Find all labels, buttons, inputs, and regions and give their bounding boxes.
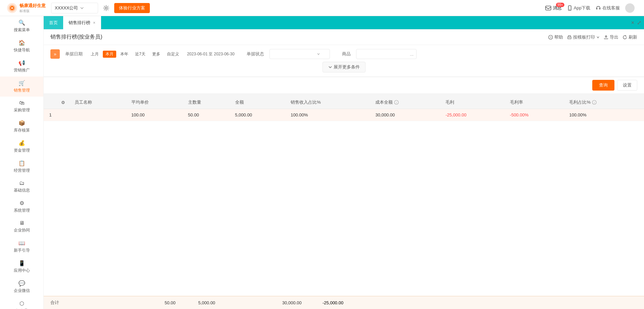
- cost-info-icon[interactable]: i: [394, 100, 399, 105]
- basic-info-icon: 🗂: [19, 180, 25, 186]
- app-download-label: App下载: [574, 5, 590, 11]
- export-button[interactable]: 导出: [604, 34, 618, 40]
- date-tabs: 上月 本月 本年 近7天 更多 自定义: [88, 51, 182, 58]
- sidebar-label-marketing: 营销推广: [14, 67, 30, 73]
- notification-badge: 99+: [556, 3, 564, 7]
- sidebar-item-guide[interactable]: 📖 新手引导: [0, 237, 43, 257]
- trial-button[interactable]: 体验行业方案: [114, 3, 150, 13]
- online-service-label: 在线客服: [602, 5, 620, 11]
- content-area: 首页 销售排行榜 × × ⤢ 销售排行榜(按业务员): [44, 16, 644, 309]
- help-icon: ?: [548, 35, 553, 40]
- app-container: 畅康通好生意 标准版 XXXXX公司 体验行业方案 消息 99+ App下载: [0, 0, 644, 309]
- main-content: 销售排行榜(按业务员) ? 帮助 按模板打印: [44, 30, 644, 309]
- refresh-label: 刷新: [629, 34, 637, 40]
- print-button[interactable]: 按模板打印: [567, 34, 600, 40]
- sidebar-item-app-center[interactable]: 📱 应用中心: [0, 257, 43, 277]
- date-tab-7days[interactable]: 近7天: [132, 51, 148, 58]
- sidebar-item-marketing[interactable]: 📢 营销推广: [0, 56, 43, 76]
- print-chevron-icon: [596, 36, 600, 39]
- tab-sales-ranking[interactable]: 销售排行榜 ×: [63, 16, 101, 30]
- col-gross: 毛利: [441, 96, 506, 109]
- app-download-button[interactable]: App下载: [567, 5, 590, 11]
- filter-toggle-icon: »: [54, 51, 56, 57]
- online-service-button[interactable]: 在线客服: [596, 5, 620, 11]
- sidebar-item-finance[interactable]: 💰 资金管理: [0, 137, 43, 157]
- query-button[interactable]: 查询: [592, 80, 614, 91]
- mobile-icon: [567, 5, 572, 11]
- sidebar-item-inventory[interactable]: 📦 库存核算: [0, 116, 43, 137]
- date-tab-last-month[interactable]: 上月: [88, 51, 101, 58]
- help-button[interactable]: ? 帮助: [548, 34, 563, 40]
- close-tab-btn[interactable]: ×: [631, 20, 634, 26]
- filter-toggle-btn[interactable]: »: [50, 49, 60, 59]
- message-icon: [545, 5, 552, 11]
- restore-tab-btn[interactable]: ⤢: [637, 19, 641, 26]
- tab-sales-ranking-label: 销售排行榜: [69, 20, 90, 26]
- table-container: ⚙ 员工名称 平均单价 主数量 全额 销售收入占比% 成本全额: [44, 96, 644, 296]
- enterprise-icon: 🖥: [19, 220, 25, 226]
- table-header-row: ⚙ 员工名称 平均单价 主数量 全额 销售收入占比% 成本全额: [44, 96, 644, 109]
- notification-button[interactable]: 消息 99+: [545, 5, 562, 11]
- sidebar-item-wechat[interactable]: 💬 企业微信: [0, 277, 43, 297]
- svg-rect-7: [596, 8, 597, 9]
- col-gross-rate: 毛利率: [506, 96, 565, 109]
- col-cost: 成本全额 i: [371, 96, 441, 109]
- date-tab-this-month[interactable]: 本月: [103, 51, 116, 58]
- guide-icon: 📖: [18, 240, 25, 246]
- gross-pct-info-icon[interactable]: i: [592, 100, 597, 105]
- sidebar-label-sales: 销售管理: [14, 88, 30, 93]
- cell-rank: 1: [44, 109, 57, 121]
- sidebar-label-system: 系统管理: [14, 208, 30, 213]
- date-tab-this-year[interactable]: 本年: [118, 51, 131, 58]
- sidebar-item-basic-info[interactable]: 🗂 基础信息: [0, 177, 43, 197]
- expand-more-button[interactable]: 展开更多条件: [323, 62, 366, 72]
- company-name: XXXXX公司: [55, 5, 78, 11]
- sidebar-label-quick-nav: 快捷导航: [14, 47, 30, 53]
- footer-amount: 5,000.00: [198, 300, 239, 305]
- setting-button[interactable]: 设置: [617, 80, 637, 91]
- print-icon: [567, 35, 572, 40]
- cell-main-qty: 50.00: [184, 109, 231, 121]
- cell-gross-pct: 100.00%: [565, 109, 644, 121]
- col-avg-price: 平均单价: [127, 96, 184, 109]
- table-footer: 合计 50.00 5,000.00 30,000.00 -25,000.00: [44, 296, 644, 309]
- wechat-icon: 💬: [18, 280, 25, 287]
- settings-icon-btn[interactable]: [101, 3, 112, 13]
- sales-icon: 🛒: [18, 80, 25, 86]
- help-label: 帮助: [554, 34, 563, 40]
- app-center-icon: 📱: [18, 260, 25, 266]
- sidebar-item-quick-nav[interactable]: 🏠 快捷导航: [0, 36, 43, 56]
- date-tab-custom[interactable]: 自定义: [164, 51, 182, 58]
- sidebar-item-sales[interactable]: 🛒 销售管理: [0, 76, 43, 97]
- tab-close-icon[interactable]: ×: [93, 20, 95, 25]
- svg-point-6: [569, 9, 570, 10]
- date-label: 单据日期: [65, 51, 83, 57]
- gear-icon: [103, 5, 109, 11]
- sidebar-item-member[interactable]: ⬡ 畅会员: [0, 297, 43, 309]
- col-settings-icon[interactable]: ⚙: [61, 100, 65, 105]
- sidebar-item-system[interactable]: ⚙ 系统管理: [0, 197, 43, 217]
- inventory-icon: 📦: [18, 120, 25, 126]
- status-select[interactable]: [269, 49, 330, 59]
- marketing-icon: 📢: [18, 60, 25, 66]
- page-header: 销售排行榜(按业务员) ? 帮助 按模板打印: [44, 30, 644, 45]
- tab-home[interactable]: 首页: [44, 16, 63, 30]
- sidebar-item-operations[interactable]: 📋 经营管理: [0, 157, 43, 177]
- sidebar-item-purchase[interactable]: 🛍 采购管理: [0, 97, 43, 116]
- cell-cost: 30,000.00: [371, 109, 441, 121]
- date-tab-more[interactable]: 更多: [149, 51, 163, 58]
- cell-name: [71, 109, 127, 121]
- export-icon: [604, 35, 608, 40]
- sidebar-label-finance: 资金管理: [14, 148, 30, 153]
- table-header: ⚙ 员工名称 平均单价 主数量 全额 销售收入占比% 成本全额: [44, 96, 644, 109]
- col-settings[interactable]: ⚙: [57, 96, 71, 109]
- footer-cost: 30,000.00: [282, 300, 323, 305]
- filter-area: » 单据日期 上月 本月 本年 近7天 更多 自定义 2023-06-01 至 …: [44, 45, 644, 77]
- refresh-button[interactable]: 刷新: [622, 34, 637, 40]
- goods-input[interactable]: ...: [356, 49, 417, 59]
- sidebar-item-search[interactable]: 🔍 搜索菜单: [0, 16, 43, 36]
- sidebar-item-enterprise[interactable]: 🖥 企业协同: [0, 217, 43, 237]
- expand-more-area: 展开更多条件: [50, 62, 637, 72]
- company-selector[interactable]: XXXXX公司: [51, 3, 98, 13]
- col-amount: 全额: [231, 96, 287, 109]
